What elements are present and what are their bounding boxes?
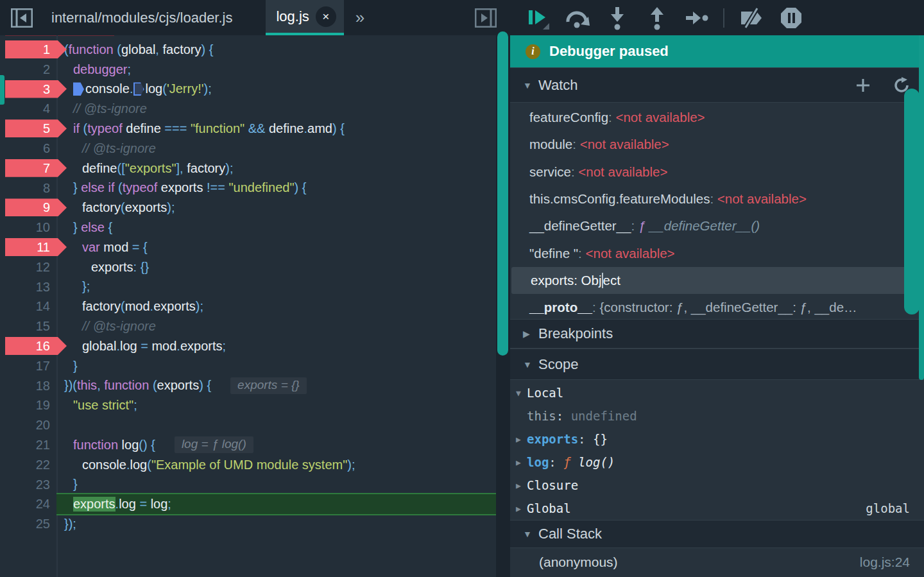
breakpoint-marker[interactable]: 1 (5, 40, 67, 58)
line-gutter[interactable]: 20 (0, 415, 56, 435)
line-gutter[interactable]: 2 (0, 60, 56, 80)
watch-scrollbar[interactable] (904, 89, 920, 314)
code-editor[interactable]: 1(function (global, factory) {2debugger;… (0, 35, 496, 577)
line-gutter[interactable]: 10 (0, 218, 56, 237)
step-over-icon[interactable] (564, 4, 590, 31)
watch-expression-row[interactable]: __defineGetter__: ƒ __defineGetter__() (510, 212, 924, 239)
line-gutter[interactable]: 11 (0, 237, 56, 257)
frame-location[interactable]: log.js:24 (860, 555, 910, 570)
watch-expression-row[interactable]: this.cmsConfig.featureModules: <not avai… (510, 185, 924, 212)
inline-breakpoint-icon[interactable] (133, 82, 144, 96)
line-gutter[interactable]: 12 (0, 257, 56, 277)
line-gutter[interactable]: 17 (0, 356, 56, 376)
scope-variable-row[interactable]: ▶exports: {} (510, 427, 924, 451)
line-gutter[interactable]: 3 (0, 80, 56, 99)
line-gutter[interactable]: 8 (0, 178, 56, 198)
line-number[interactable]: 19 (36, 395, 50, 415)
code-line[interactable]: 17} (0, 356, 496, 376)
line-number[interactable]: 14 (36, 297, 50, 316)
code-line[interactable]: 12exports: {} (0, 257, 496, 277)
watch-expression-row[interactable]: featureConfig: <not available> (510, 104, 924, 131)
watch-expression-row[interactable]: exports: Object (511, 267, 923, 294)
code-line[interactable]: 6// @ts-ignore (0, 139, 496, 159)
line-gutter[interactable]: 22 (0, 455, 56, 475)
watch-expression-row[interactable]: "define ": <not available> (510, 239, 924, 266)
code-line[interactable]: 8} else if (typeof exports !== "undefine… (0, 178, 496, 198)
code-line[interactable]: 20 (0, 415, 496, 435)
line-gutter[interactable]: 1 (0, 40, 56, 60)
code-line[interactable]: 23} (0, 475, 496, 495)
line-number[interactable]: 25 (36, 514, 50, 534)
line-number[interactable]: 10 (36, 218, 50, 237)
scope-section-global[interactable]: ▶Globalglobal (510, 497, 924, 520)
inline-breakpoint-icon[interactable] (73, 82, 84, 96)
watch-expression-row[interactable]: service: <not available> (510, 159, 924, 185)
line-gutter[interactable]: 5 (0, 119, 56, 139)
line-number[interactable]: 20 (36, 415, 50, 435)
line-number[interactable]: 17 (36, 356, 50, 376)
code-line[interactable]: 3console.log('Jerry!'); (0, 80, 496, 99)
line-gutter[interactable]: 18 (0, 376, 56, 396)
code-line[interactable]: 22console.log("Example of UMD module sys… (0, 455, 496, 475)
call-stack-frame[interactable]: (anonymous)log.js:24 (510, 548, 924, 576)
code-line[interactable]: 25}); (0, 514, 496, 534)
code-line[interactable]: 21function log() {log = ƒ log() (0, 435, 496, 455)
code-line[interactable]: 7define(["exports"], factory); (0, 159, 496, 178)
add-watch-icon[interactable] (853, 76, 873, 95)
line-gutter[interactable]: 21 (0, 435, 56, 455)
code-line[interactable]: 18})(this, function (exports) {exports =… (0, 376, 496, 396)
sidebar-scrollbar[interactable] (919, 35, 924, 380)
code-line[interactable]: 2debugger; (0, 60, 496, 80)
pane-divider-handle[interactable] (497, 31, 508, 356)
breakpoint-marker[interactable]: 9 (5, 198, 67, 216)
line-number[interactable]: 6 (43, 139, 50, 159)
line-gutter[interactable]: 4 (0, 99, 56, 119)
line-number[interactable]: 13 (36, 277, 50, 297)
line-gutter[interactable]: 24 (0, 494, 56, 514)
breakpoint-marker[interactable]: 3 (5, 80, 67, 98)
line-number[interactable]: 21 (36, 435, 50, 455)
code-line[interactable]: 14factory(mod.exports); (0, 297, 496, 316)
show-panel-icon[interactable] (473, 6, 499, 30)
scope-variable-row[interactable]: ▶log: ƒ log() (510, 451, 924, 474)
line-number[interactable]: 4 (43, 99, 50, 119)
line-number[interactable]: 2 (43, 60, 50, 80)
line-number[interactable]: 8 (43, 178, 50, 198)
line-number[interactable]: 24 (36, 494, 50, 514)
deactivate-breakpoints-icon[interactable] (738, 4, 764, 31)
line-gutter[interactable]: 14 (0, 297, 56, 316)
scope-section-header[interactable]: ▼ Scope (510, 349, 924, 380)
hide-navigator-icon[interactable] (9, 6, 35, 30)
watch-expression-row[interactable]: module: <not available> (510, 131, 924, 158)
breakpoint-marker[interactable]: 11 (5, 238, 67, 256)
code-line[interactable]: 15// @ts-ignore (0, 316, 496, 336)
line-number[interactable]: 23 (36, 475, 50, 495)
close-tab-icon[interactable]: × (316, 6, 336, 27)
line-gutter[interactable]: 13 (0, 277, 56, 297)
code-line[interactable]: 13}; (0, 277, 496, 297)
line-gutter[interactable]: 16 (0, 336, 56, 356)
step-into-icon[interactable] (604, 4, 630, 31)
line-number[interactable]: 22 (36, 455, 50, 475)
code-line[interactable]: 10} else { (0, 218, 496, 237)
line-number[interactable]: 15 (36, 316, 50, 336)
breakpoint-marker[interactable]: 5 (5, 119, 67, 137)
pause-on-exceptions-icon[interactable] (778, 4, 804, 31)
line-gutter[interactable]: 6 (0, 139, 56, 159)
line-gutter[interactable]: 9 (0, 198, 56, 218)
watch-section-header[interactable]: ▼ Watch (510, 67, 924, 103)
code-line[interactable]: 9factory(exports); (0, 198, 496, 218)
scope-variable-row[interactable]: this: undefined (510, 404, 924, 427)
breakpoints-section-header[interactable]: ▶ Breakpoints (510, 319, 924, 349)
line-gutter[interactable]: 19 (0, 395, 56, 415)
line-number[interactable]: 12 (36, 257, 50, 277)
line-gutter[interactable]: 7 (0, 159, 56, 178)
scope-section-local[interactable]: ▼Local (510, 381, 924, 404)
code-line[interactable]: 24exports.log = log; (0, 494, 496, 514)
breakpoint-marker[interactable]: 7 (5, 159, 67, 177)
line-gutter[interactable]: 23 (0, 475, 56, 495)
code-line[interactable]: 11var mod = { (0, 237, 496, 257)
step-icon[interactable] (683, 4, 710, 31)
line-gutter[interactable]: 15 (0, 316, 56, 336)
tab-log-js[interactable]: log.js × (266, 0, 343, 35)
